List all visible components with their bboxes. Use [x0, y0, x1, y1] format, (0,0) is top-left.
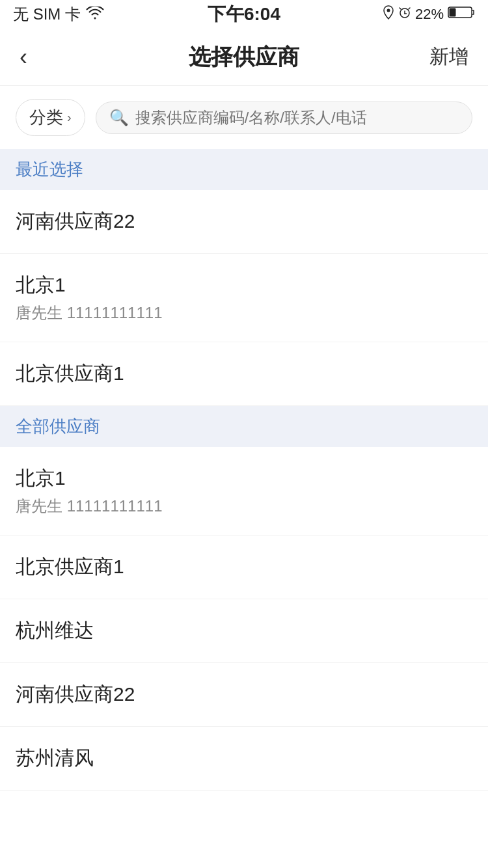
location-icon [383, 5, 394, 23]
item-name: 苏州清风 [16, 745, 472, 772]
search-icon: 🔍 [109, 109, 129, 127]
back-button[interactable]: ‹ [20, 44, 59, 71]
carrier-label: 无 SIM 卡 [13, 4, 81, 25]
list-item[interactable]: 北京供应商1 [0, 342, 488, 406]
alarm-icon [398, 6, 411, 23]
item-sub: 唐先生 11111111111 [16, 303, 472, 323]
item-name: 北京供应商1 [16, 554, 472, 580]
recent-section-header: 最近选择 [0, 149, 488, 190]
nav-bar: ‹ 选择供应商 新增 [0, 29, 488, 86]
all-list: 北京1唐先生 11111111111北京供应商1杭州维达河南供应商22苏州清风 [0, 447, 488, 791]
status-left: 无 SIM 卡 [13, 4, 104, 25]
list-item[interactable]: 杭州维达 [0, 599, 488, 663]
svg-rect-5 [450, 8, 456, 17]
category-label: 分类 [29, 106, 63, 129]
list-item[interactable]: 北京1唐先生 11111111111 [0, 254, 488, 342]
status-time: 下午6:04 [208, 2, 280, 27]
filter-bar: 分类 › 🔍 [0, 86, 488, 149]
status-bar: 无 SIM 卡 下午6:04 [0, 0, 488, 29]
search-input[interactable] [135, 109, 459, 127]
category-filter[interactable]: 分类 › [16, 99, 85, 136]
list-item[interactable]: 北京1唐先生 11111111111 [0, 447, 488, 536]
item-name: 河南供应商22 [16, 208, 472, 235]
item-name: 河南供应商22 [16, 681, 472, 708]
list-item[interactable]: 河南供应商22 [0, 190, 488, 254]
list-item[interactable]: 苏州清风 [0, 727, 488, 791]
all-section-label: 全部供应商 [16, 416, 100, 436]
chevron-right-icon: › [67, 110, 72, 125]
list-item[interactable]: 河南供应商22 [0, 663, 488, 727]
recent-section-label: 最近选择 [16, 159, 83, 179]
svg-point-0 [386, 9, 390, 12]
battery-label: 22% [415, 6, 444, 23]
list-item[interactable]: 北京供应商1 [0, 536, 488, 599]
status-right: 22% [383, 5, 475, 23]
all-section-header: 全部供应商 [0, 406, 488, 447]
battery-icon [448, 6, 475, 23]
search-box[interactable]: 🔍 [96, 102, 472, 134]
page-title: 选择供应商 [189, 42, 299, 72]
item-name: 北京1 [16, 465, 472, 492]
add-button[interactable]: 新增 [429, 44, 468, 70]
item-name: 北京供应商1 [16, 360, 472, 387]
item-name: 杭州维达 [16, 617, 472, 644]
item-name: 北京1 [16, 272, 472, 299]
recent-list: 河南供应商22北京1唐先生 11111111111北京供应商1 [0, 190, 488, 406]
item-sub: 唐先生 11111111111 [16, 496, 472, 517]
wifi-icon [86, 5, 104, 23]
